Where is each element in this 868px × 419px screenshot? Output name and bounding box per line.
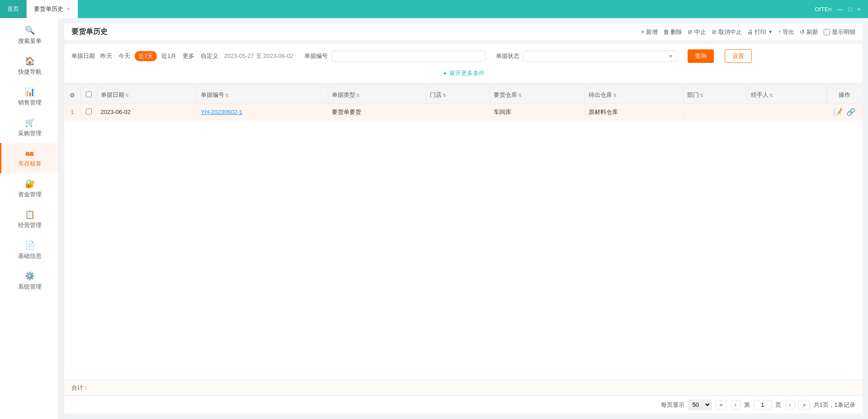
print-button[interactable]: 🖨 打印 ▼ bbox=[747, 28, 773, 36]
tab-home[interactable]: 首页 bbox=[0, 0, 27, 18]
total-label: 合计： bbox=[71, 384, 89, 392]
th-department[interactable]: 部门 ⇅ bbox=[684, 86, 747, 104]
handler-sort-icon: ⇅ bbox=[769, 93, 773, 98]
th-setting[interactable]: ⚙ bbox=[64, 86, 80, 104]
operation-icon: 📋 bbox=[25, 210, 35, 219]
date-more[interactable]: 更多 bbox=[181, 51, 196, 61]
date-today[interactable]: 今天 bbox=[117, 51, 132, 61]
print-label: 🖨 打印 bbox=[747, 28, 767, 36]
first-page-button[interactable]: « bbox=[715, 400, 726, 409]
td-operation: 📝 🔗 bbox=[826, 104, 863, 120]
td-type: 要货单要货 bbox=[328, 104, 426, 120]
th-number[interactable]: 单据编号 ⇅ bbox=[197, 86, 328, 104]
expand-more-btn[interactable]: ✦ 展开更多条件 bbox=[71, 69, 855, 77]
td-date: 2023-06-02 bbox=[97, 104, 197, 120]
new-button[interactable]: + 新增 bbox=[641, 28, 658, 36]
close-button[interactable]: × bbox=[857, 6, 861, 13]
export-button[interactable]: ↑ 导出 bbox=[778, 28, 794, 36]
sidebar-item-sales-label: 销售管理 bbox=[18, 99, 42, 107]
sidebar-item-purchase[interactable]: 🛒 采购管理 bbox=[0, 112, 58, 143]
sidebar-item-finance[interactable]: 🔐 资金管理 bbox=[0, 173, 58, 204]
date-range-display: 2023-05-27 至 2023-06-02 bbox=[224, 52, 293, 60]
date-1month[interactable]: 近1月 bbox=[160, 51, 178, 61]
order-number-filter: 单据编号 bbox=[304, 51, 485, 62]
minimize-button[interactable]: — bbox=[837, 6, 843, 13]
cancel-stop-button[interactable]: ⊘ 取消中止 bbox=[712, 28, 742, 36]
date-custom[interactable]: 自定义 bbox=[199, 51, 220, 61]
page-input[interactable] bbox=[754, 400, 772, 409]
date-options: 昨天 今天 近7天 近1月 更多 自定义 bbox=[99, 51, 220, 61]
sidebar-item-basic-label: 基础信息 bbox=[18, 252, 42, 260]
top-bar: 首页 要货单历史 × OfTEn — □ × bbox=[0, 0, 868, 18]
date-filter: 单据日期 昨天 今天 近7天 近1月 更多 自定义 2023-05-27 至 2… bbox=[71, 51, 293, 61]
refresh-button[interactable]: ↺ 刷新 bbox=[800, 28, 818, 36]
pagination-bar: 每页显示 10 20 50 100 « ‹ 第 页 › » 共1页，1条记录 bbox=[64, 395, 863, 414]
sidebar-item-basic[interactable]: 📄 基础信息 bbox=[0, 235, 58, 266]
td-checkbox[interactable] bbox=[80, 104, 97, 120]
sidebar-item-inventory[interactable]: 🏘 库存核算 bbox=[0, 143, 58, 173]
edit-icon[interactable]: 📝 bbox=[834, 108, 843, 116]
settings-button[interactable]: 设置 bbox=[725, 49, 752, 63]
sidebar-item-inventory-label: 库存核算 bbox=[18, 160, 42, 168]
often-label: OfTEn bbox=[815, 6, 832, 13]
sidebar-item-search[interactable]: 🔍 搜索菜单 bbox=[0, 20, 58, 51]
page-title: 要货单历史 bbox=[71, 27, 108, 37]
tab-order-history[interactable]: 要货单历史 × bbox=[27, 0, 78, 18]
status-filter: 单据状态 bbox=[496, 51, 677, 62]
td-pending-warehouse: 原材料仓库 bbox=[585, 104, 684, 120]
display-detail-checkbox[interactable]: 显示明细 bbox=[824, 28, 855, 36]
per-page-label: 每页显示 bbox=[661, 401, 684, 409]
th-type[interactable]: 单据类型 ⇅ bbox=[328, 86, 426, 104]
total-info: 共1页，1条记录 bbox=[814, 401, 855, 409]
sales-icon: 📊 bbox=[25, 87, 35, 97]
date-7days[interactable]: 近7天 bbox=[135, 51, 157, 61]
search-button[interactable]: 查询 bbox=[688, 49, 714, 63]
tab-close-icon[interactable]: × bbox=[67, 6, 70, 12]
th-handler[interactable]: 经手人 ⇅ bbox=[747, 86, 826, 104]
filter-area: 单据日期 昨天 今天 近7天 近1月 更多 自定义 2023-05-27 至 2… bbox=[64, 44, 863, 83]
toolbar: + 新增 🗑 删除 ⊘ 中止 ⊘ 取消中止 🖨 打印 ▼ ↑ 导出 bbox=[641, 28, 855, 36]
detail-icon[interactable]: 🔗 bbox=[846, 108, 855, 116]
th-store-label: 门店 bbox=[430, 91, 442, 99]
sidebar-item-sales[interactable]: 📊 销售管理 bbox=[0, 81, 58, 112]
search-icon: 🔍 bbox=[25, 25, 35, 35]
refresh-label: ↺ 刷新 bbox=[800, 28, 818, 36]
th-req-warehouse[interactable]: 要货仓库 ⇅ bbox=[490, 86, 585, 104]
window-controls: OfTEn — □ × bbox=[815, 6, 861, 13]
req-warehouse-sort-icon: ⇅ bbox=[518, 93, 522, 98]
cancel-stop-label: ⊘ 取消中止 bbox=[712, 28, 742, 36]
th-store[interactable]: 门店 ⇅ bbox=[426, 86, 490, 104]
stop-label: ⊘ 中止 bbox=[688, 28, 706, 36]
order-link[interactable]: YH-20230602-1 bbox=[201, 109, 242, 115]
maximize-button[interactable]: □ bbox=[849, 6, 852, 13]
th-handler-label: 经手人 bbox=[751, 91, 769, 99]
row-checkbox[interactable] bbox=[86, 109, 92, 114]
status-select[interactable] bbox=[523, 51, 677, 62]
sidebar-item-system[interactable]: ⚙️ 系统管理 bbox=[0, 266, 58, 296]
sidebar-item-operation[interactable]: 📋 经营管理 bbox=[0, 204, 58, 235]
next-page-button[interactable]: › bbox=[785, 400, 795, 409]
date-sort-icon: ⇅ bbox=[125, 93, 129, 98]
order-number-input[interactable] bbox=[331, 51, 485, 62]
basic-icon: 📄 bbox=[25, 240, 35, 250]
stop-button[interactable]: ⊘ 中止 bbox=[688, 28, 706, 36]
page-header: 要货单历史 + 新增 🗑 删除 ⊘ 中止 ⊘ 取消中止 🖨 打印 ▼ bbox=[64, 24, 863, 40]
th-pending-warehouse[interactable]: 待出仓库 ⇅ bbox=[585, 86, 684, 104]
select-all-checkbox[interactable] bbox=[86, 91, 92, 97]
department-sort-icon: ⇅ bbox=[700, 93, 703, 98]
th-pending-warehouse-label: 待出仓库 bbox=[589, 91, 612, 99]
display-detail-input[interactable] bbox=[824, 29, 830, 35]
operation-icons: 📝 🔗 bbox=[830, 108, 859, 116]
new-label: + 新增 bbox=[641, 28, 658, 36]
sidebar-item-shortcut[interactable]: 🏠 快捷导航 bbox=[0, 51, 58, 81]
per-page-select[interactable]: 10 20 50 100 bbox=[688, 400, 712, 410]
td-number[interactable]: YH-20230602-1 bbox=[197, 104, 328, 120]
delete-button[interactable]: 🗑 删除 bbox=[663, 28, 683, 36]
prev-page-button[interactable]: ‹ bbox=[731, 400, 741, 409]
last-page-button[interactable]: » bbox=[798, 400, 810, 409]
page-label: 第 bbox=[744, 401, 750, 409]
th-date[interactable]: 单据日期 ⇅ bbox=[97, 86, 197, 104]
date-yesterday[interactable]: 昨天 bbox=[99, 51, 114, 61]
export-label: ↑ 导出 bbox=[778, 28, 794, 36]
content-area: 要货单历史 + 新增 🗑 删除 ⊘ 中止 ⊘ 取消中止 🖨 打印 ▼ bbox=[59, 18, 868, 419]
